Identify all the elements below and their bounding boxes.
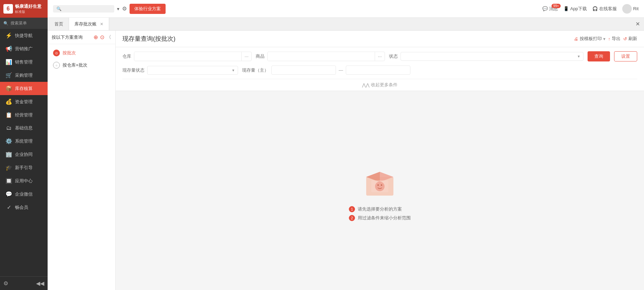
tab-inventory-batch[interactable]: 库存批次账 ✕ — [69, 18, 109, 30]
tip-text-1: 请先选择要分析的方案 — [358, 206, 402, 212]
sidebar-item-shortcut[interactable]: ⚡ 快捷导航 — [0, 29, 48, 42]
sidebar-item-basic[interactable]: 🗂 基础信息 — [0, 122, 48, 134]
stock-status-select[interactable]: ▾ — [147, 66, 238, 75]
collapse-panel-button[interactable]: 《 — [106, 34, 111, 40]
nav-label: 基础信息 — [15, 125, 33, 131]
product-input-group: ··· — [267, 52, 385, 61]
filter-row-1: 仓库 ··· 商品 ··· — [122, 51, 637, 61]
headset-icon: 🎧 — [592, 6, 598, 11]
settings-icon[interactable]: ⚙ — [3, 280, 8, 287]
nav-label: 快捷导航 — [15, 33, 33, 39]
topbar-search-input[interactable] — [64, 6, 111, 11]
user-item[interactable]: Rit — [622, 4, 639, 14]
warehouse-input[interactable] — [134, 52, 241, 61]
product-input[interactable] — [268, 52, 375, 61]
message-icon: 💬 — [542, 6, 548, 11]
online-service-item[interactable]: 🎧 在线客服 — [592, 6, 617, 12]
nav-label: 经营管理 — [15, 112, 33, 118]
content-area: 按以下方案查询 ⊕ ⊙ 《 ⊙ 按批次 ○ 按仓库+批次 — [48, 31, 644, 290]
collapse-filter-btn[interactable]: ⋀⋀ 收起更多条件 — [122, 79, 637, 91]
filter-row-2: 现存量状态 ▾ 现存量（主） — — [122, 66, 637, 75]
status-select[interactable]: ▾ — [401, 52, 583, 61]
collapse-up-icon: ⋀⋀ — [362, 83, 370, 88]
tabbar: 首页 库存批次账 ✕ ✕ — [48, 18, 644, 31]
svg-point-4 — [375, 182, 385, 191]
member-icon: ✓ — [5, 204, 12, 211]
tab-home[interactable]: 首页 — [49, 18, 69, 30]
scheme-item-batch[interactable]: ⊙ 按批次 — [48, 47, 115, 59]
app-download-item[interactable]: 📱 App下载 — [563, 6, 587, 12]
messages-item[interactable]: 💬 消息 99+ — [542, 6, 558, 12]
close-panel-button[interactable]: ✕ — [631, 18, 644, 30]
nav-label: 库存核算 — [15, 86, 33, 92]
collapse-sidebar-icon[interactable]: ◀◀ — [36, 280, 44, 287]
finance-icon: 💰 — [5, 98, 12, 105]
search-label: 搜索菜单 — [11, 20, 27, 26]
topbar-left: 🔍 ▾ ⚙ 体验行业方案 — [53, 4, 539, 14]
stock-qty-group: 现存量（主） — — [242, 66, 637, 75]
product-more-button[interactable]: ··· — [375, 52, 385, 61]
nav-label: 系统管理 — [15, 138, 33, 144]
newbie-icon: 🎓 — [5, 164, 12, 171]
sidebar-item-marketing[interactable]: 📢 营销推广 — [0, 42, 48, 55]
print-btn[interactable]: 🖨 按模板打印 ▾ — [574, 36, 606, 42]
page-title: 现存量查询(按批次) — [122, 35, 175, 43]
tab-inventory-batch-label: 库存批次账 — [74, 21, 97, 27]
status-chevron-icon: ▾ — [578, 54, 580, 59]
collapse-filter-label: 收起更多条件 — [371, 82, 397, 88]
add-scheme-button[interactable]: ⊕ — [94, 34, 98, 40]
shortcut-icon: ⚡ — [5, 32, 12, 39]
topbar-search-box[interactable]: 🔍 — [53, 5, 114, 13]
left-panel: 按以下方案查询 ⊕ ⊙ 《 ⊙ 按批次 ○ 按仓库+批次 — [48, 31, 116, 290]
filter-area: 仓库 ··· 商品 ··· — [116, 47, 644, 91]
nav-label: 资金管理 — [15, 99, 33, 105]
purchase-icon: 🛒 — [5, 72, 12, 78]
scheme-active-icon: ⊙ — [53, 50, 60, 56]
page-header: 现存量查询(按批次) 🖨 按模板打印 ▾ ↑ 导出 ↺ 刷新 — [116, 31, 644, 47]
messages-badge: 99+ — [552, 4, 561, 8]
scheme-item-warehouse-batch[interactable]: ○ 按仓库+批次 — [48, 59, 115, 71]
tab-close-icon[interactable]: ✕ — [100, 22, 103, 26]
sidebar-item-purchase[interactable]: 🛒 采购管理 — [0, 69, 48, 82]
empty-tips: 1 请先选择要分析的方案 2 用过滤条件来缩小分析范围 — [349, 206, 411, 221]
topbar: 🔍 ▾ ⚙ 体验行业方案 💬 消息 99+ 📱 App下载 🎧 在线客服 — [48, 0, 644, 18]
sidebar-item-member[interactable]: ✓ 畅会员 — [0, 201, 48, 214]
sidebar-item-wechat[interactable]: 💬 企业微信 — [0, 187, 48, 201]
sidebar-item-inventory[interactable]: 📦 库存核算 — [0, 82, 48, 95]
sidebar-item-enterprise[interactable]: 🏢 企业协同 — [0, 148, 48, 161]
topbar-dropdown-button[interactable]: ▾ — [117, 6, 119, 12]
sidebar-item-newbie[interactable]: 🎓 新手引导 — [0, 161, 48, 174]
export-label: 导出 — [612, 36, 621, 42]
sidebar-item-apps[interactable]: 🔲 应用中心 — [0, 174, 48, 187]
trial-btn[interactable]: 体验行业方案 — [130, 4, 166, 14]
sidebar-item-finance[interactable]: 💰 资金管理 — [0, 95, 48, 108]
warehouse-label: 仓库 — [122, 53, 131, 59]
sidebar-header: 6 畅康通好生意 标准版 — [0, 0, 48, 18]
product-label: 商品 — [256, 53, 265, 59]
company-info: 畅康通好生意 标准版 — [15, 4, 41, 14]
nav-label: 企业协同 — [15, 151, 33, 158]
sidebar-search-item[interactable]: 🔍 搜索菜单 — [0, 18, 48, 29]
settings-button[interactable]: 设置 — [614, 51, 637, 61]
apps-icon: 🔲 — [5, 178, 12, 184]
username: Rit — [633, 6, 639, 11]
wechat-icon: 💬 — [5, 191, 12, 197]
empty-tip-2: 2 用过滤条件来缩小分析范围 — [349, 215, 411, 221]
stock-qty-dash: — — [339, 68, 343, 73]
sidebar-item-sales[interactable]: 📊 销售管理 — [0, 55, 48, 69]
stock-status-group: 现存量状态 ▾ — [122, 66, 238, 75]
topbar-gear-button[interactable]: ⚙ — [122, 5, 127, 12]
warehouse-more-button[interactable]: ··· — [241, 52, 251, 61]
sidebar-item-system[interactable]: ⚙️ 系统管理 — [0, 134, 48, 148]
basic-icon: 🗂 — [5, 125, 12, 131]
enterprise-icon: 🏢 — [5, 151, 12, 158]
scheme-settings-button[interactable]: ⊙ — [100, 34, 104, 40]
refresh-btn[interactable]: ↺ 刷新 — [623, 36, 637, 42]
query-button[interactable]: 查询 — [588, 51, 610, 61]
stock-qty-min-input[interactable] — [271, 66, 336, 75]
nav-label: 应用中心 — [15, 178, 33, 184]
tab-home-label: 首页 — [54, 21, 63, 27]
sidebar-item-operations[interactable]: 📋 经营管理 — [0, 108, 48, 122]
export-btn[interactable]: ↑ 导出 — [608, 36, 621, 42]
stock-qty-max-input[interactable] — [346, 66, 410, 75]
